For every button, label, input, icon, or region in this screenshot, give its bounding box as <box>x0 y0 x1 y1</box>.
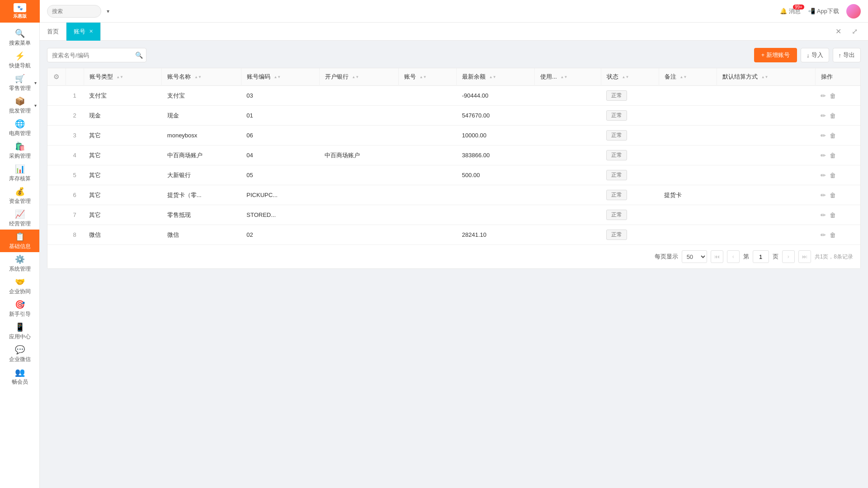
table-col-status[interactable]: 状态 ▲▼ <box>601 68 659 86</box>
row-actions: ✏ 🗑 <box>815 86 860 106</box>
tab-expand-action[interactable]: ⤢ <box>848 25 861 38</box>
table-col-bank[interactable]: 开户银行 ▲▼ <box>319 68 398 86</box>
row-status: 正常 <box>601 145 659 165</box>
sort-icon: ▲▼ <box>622 75 629 79</box>
avatar[interactable] <box>846 4 861 19</box>
row-settings <box>47 126 66 145</box>
account-search-input[interactable] <box>47 48 146 62</box>
tab-home-label: 首页 <box>47 28 59 36</box>
last-page-button[interactable]: ⏭ <box>798 250 811 263</box>
wholesale-icon: 📦 <box>15 96 25 106</box>
sort-icon: ▲▼ <box>352 75 359 79</box>
edit-button[interactable]: ✏ <box>821 152 826 159</box>
row-account-code: 05 <box>241 165 319 185</box>
table-col-account-name[interactable]: 账号名称 ▲▼ <box>162 68 241 86</box>
table-row: 8 微信 微信 02 28241.10 正常 ✏ 🗑 <box>47 225 860 245</box>
sidebar-item-ops-mgmt[interactable]: 📈 经营管理 <box>0 207 39 230</box>
tab-home[interactable]: 首页 <box>40 23 66 41</box>
basic-info-icon: 📋 <box>15 232 25 242</box>
header-search-input[interactable] <box>47 5 101 18</box>
edit-button[interactable]: ✏ <box>821 112 826 119</box>
edit-button[interactable]: ✏ <box>821 172 826 179</box>
tab-close-action[interactable]: ✕ <box>832 25 844 38</box>
gear-icon[interactable]: ⚙ <box>53 73 59 80</box>
sidebar-item-wholesale-mgmt[interactable]: 📦 批发管理 ▾ <box>0 94 39 117</box>
row-account-type: 支付宝 <box>84 86 162 106</box>
first-page-button[interactable]: ⏮ <box>711 250 723 263</box>
table-col-usage[interactable]: 使用... ▲▼ <box>535 68 601 86</box>
table-row: 3 其它 moneybosx 06 10000.00 正常 ✏ 🗑 <box>47 126 860 145</box>
row-account-name: 现金 <box>162 106 241 126</box>
table-row: 4 其它 中百商场账户 04 中百商场账户 383866.00 正常 ✏ 🗑 <box>47 145 860 165</box>
delete-button[interactable]: 🗑 <box>830 172 836 179</box>
delete-button[interactable]: 🗑 <box>830 211 836 219</box>
edit-button[interactable]: ✏ <box>821 192 826 199</box>
page-input[interactable] <box>753 250 769 263</box>
app-download-button[interactable]: 📲 App下载 <box>808 7 839 15</box>
tab-account[interactable]: 账号 ✕ <box>66 23 101 41</box>
sort-icon: ▲▼ <box>680 75 687 79</box>
import-button[interactable]: ↓ 导入 <box>801 48 829 62</box>
sidebar-item-search-menu[interactable]: 🔍 搜索菜单 <box>0 26 39 49</box>
edit-button[interactable]: ✏ <box>821 132 826 139</box>
guide-icon: 🎯 <box>15 300 25 310</box>
add-account-button[interactable]: + 新增账号 <box>754 48 797 62</box>
tab-actions: ✕ ⤢ <box>832 25 868 38</box>
table-col-account-code[interactable]: 账号编码 ▲▼ <box>241 68 319 86</box>
row-settings <box>47 106 66 126</box>
top-header: ▾ 🔔 消息 99+ 📲 App下载 <box>40 0 868 23</box>
message-button[interactable]: 🔔 消息 99+ <box>780 7 801 15</box>
delete-button[interactable]: 🗑 <box>830 112 836 119</box>
sidebar-item-ecom-mgmt[interactable]: 🌐 电商管理 <box>0 117 39 139</box>
delete-button[interactable]: 🗑 <box>830 192 836 199</box>
delete-button[interactable]: 🗑 <box>830 92 836 99</box>
table-col-account-no[interactable]: 账号 ▲▼ <box>399 68 457 86</box>
table-col-balance[interactable]: 最新余额 ▲▼ <box>457 68 535 86</box>
table-col-default-settlement[interactable]: 默认结算方式 ▲▼ <box>717 68 816 86</box>
row-account-no <box>399 126 457 145</box>
account-table: ⚙ 账号类型 ▲▼ 账号名称 ▲▼ 账号编码 ▲▼ <box>47 68 861 269</box>
sidebar-item-app-center[interactable]: 📱 应用中心 <box>0 320 39 343</box>
sidebar-item-corp-wechat[interactable]: 💬 企业微信 <box>0 343 39 365</box>
header-dropdown[interactable]: ▾ <box>107 8 109 14</box>
sidebar-item-corp-agreement[interactable]: 🤝 企业协同 <box>0 275 39 297</box>
sidebar-item-member[interactable]: 👥 畅会员 <box>0 365 39 388</box>
export-button[interactable]: ↑ 导出 <box>833 48 861 62</box>
delete-button[interactable]: 🗑 <box>830 132 836 139</box>
pagination-bar: 每页显示 50 100 200 ⏮ ‹ 第 页 › ⏭ 共1页，8条记录 <box>47 244 860 268</box>
sort-icon: ▲▼ <box>116 75 123 79</box>
table-col-remark[interactable]: 备注 ▲▼ <box>659 68 717 86</box>
delete-button[interactable]: 🗑 <box>830 152 836 159</box>
tab-close-icon[interactable]: ✕ <box>89 28 93 34</box>
sidebar-item-retail-mgmt[interactable]: 🛒 零售管理 ▾ <box>0 71 39 94</box>
sidebar-item-purchase-mgmt[interactable]: 🛍️ 采购管理 <box>0 139 39 162</box>
edit-button[interactable]: ✏ <box>821 211 826 219</box>
sidebar-item-sys-mgmt[interactable]: ⚙️ 系统管理 <box>0 252 39 275</box>
row-default-settlement <box>717 185 816 205</box>
delete-button[interactable]: 🗑 <box>830 231 836 239</box>
row-balance: 547670.00 <box>457 106 535 126</box>
next-page-button[interactable]: › <box>782 250 795 263</box>
row-balance <box>457 185 535 205</box>
search-icon[interactable]: 🔍 <box>135 52 143 59</box>
row-bank <box>319 86 398 106</box>
page-size-select[interactable]: 50 100 200 <box>682 250 707 263</box>
row-settings <box>47 86 66 106</box>
edit-button[interactable]: ✏ <box>821 231 826 239</box>
sidebar-item-newbie-guide[interactable]: 🎯 新手引导 <box>0 297 39 320</box>
table-col-account-type[interactable]: 账号类型 ▲▼ <box>84 68 162 86</box>
import-icon: ↓ <box>807 52 810 59</box>
prev-page-button[interactable]: ‹ <box>727 250 740 263</box>
sidebar-item-quick-nav[interactable]: ⚡ 快捷导航 <box>0 49 39 71</box>
table-row: 5 其它 大新银行 05 500.00 正常 ✏ 🗑 <box>47 165 860 185</box>
sidebar-item-basic-info[interactable]: 📋 基础信息 <box>0 230 39 252</box>
row-remark: 提货卡 <box>659 185 717 205</box>
wechat-icon: 💬 <box>15 345 25 355</box>
sidebar-item-inventory[interactable]: 📊 库存核算 <box>0 162 39 184</box>
table-col-action: 操作 <box>815 68 860 86</box>
sidebar-item-capital-mgmt[interactable]: 💰 资金管理 <box>0 184 39 207</box>
sys-icon: ⚙️ <box>15 254 25 264</box>
row-balance: 10000.00 <box>457 126 535 145</box>
edit-button[interactable]: ✏ <box>821 92 826 99</box>
table-settings-col[interactable]: ⚙ <box>47 68 66 86</box>
